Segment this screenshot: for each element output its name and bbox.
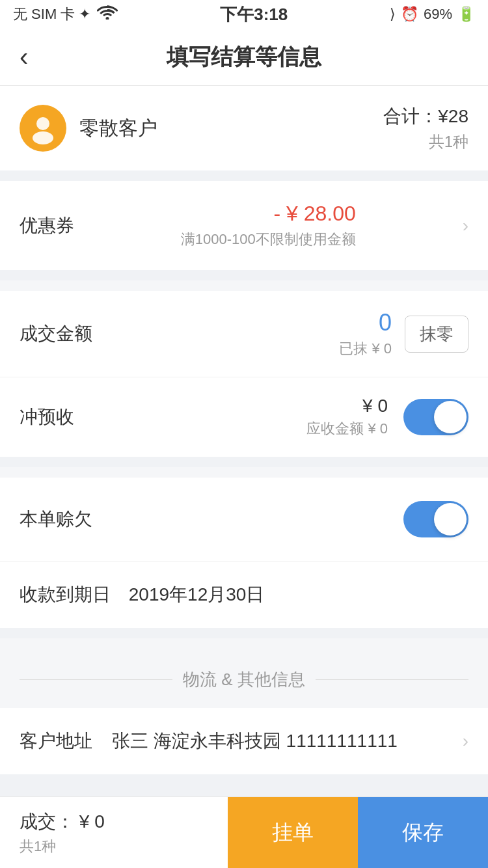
duedate-section: 收款到期日 2019年12月30日 (0, 561, 488, 628)
customer-left: 零散客户 (20, 105, 157, 152)
logistics-line-right (316, 679, 468, 680)
alarm-icon: ⏰ (401, 6, 418, 23)
round-zero-button[interactable]: 抹零 (405, 316, 468, 353)
debt-label: 本单赊欠 (20, 507, 92, 532)
battery-label: 69% (424, 6, 452, 23)
logistics-line-left (20, 679, 172, 680)
total-amount: 合计：¥28 (383, 104, 468, 129)
duedate-label: 收款到期日 (20, 584, 111, 604)
coupon-desc: 满1000-100不限制使用金额 (181, 230, 356, 249)
hang-order-button[interactable]: 挂单 (228, 797, 358, 868)
coupon-section[interactable]: 优惠券 - ¥ 28.00 满1000-100不限制使用金额 › (0, 181, 488, 270)
debt-toggle-knob (434, 503, 467, 536)
customer-row: 零散客户 合计：¥28 共1种 (0, 86, 488, 170)
divider-bg-2 (0, 467, 488, 478)
divider-bg-3 (0, 638, 488, 654)
coupon-card[interactable]: 优惠券 - ¥ 28.00 满1000-100不限制使用金额 › (0, 181, 488, 270)
coupon-amount: - ¥ 28.00 (181, 202, 356, 226)
deal-amount-card: 成交金额 0 已抹 ¥ 0 抹零 冲预收 ¥ 0 应收金额 ¥ 0 (0, 291, 488, 457)
avatar (20, 105, 66, 152)
customer-card: 零散客户 合计：¥28 共1种 (0, 86, 488, 170)
prereceive-main-value: ¥ 0 (306, 396, 388, 416)
duedate-value[interactable]: 2019年12月30日 (129, 584, 265, 604)
save-label: 保存 (402, 819, 444, 847)
sim-label: 无 SIM 卡 ✦ (13, 5, 90, 24)
address-value: 张三 海淀永丰科技园 11111111111 (112, 729, 463, 753)
status-right: ⟩ ⏰ 69% 🔋 (390, 6, 475, 23)
wifi-icon (97, 5, 118, 23)
deal-amount-section: 成交金额 0 已抹 ¥ 0 抹零 (0, 291, 488, 377)
debt-card: 本单赊欠 收款到期日 2019年12月30日 (0, 478, 488, 628)
prereceive-toggle[interactable] (403, 399, 468, 435)
battery-icon: 🔋 (457, 6, 475, 23)
total-count: 共1种 (383, 131, 468, 152)
logistics-divider: 物流 & 其他信息 (0, 654, 488, 705)
bottom-info: 成交： ¥ 0 共1种 (0, 797, 228, 868)
bottom-deal-text: 成交： (20, 811, 74, 832)
nav-bar: ‹ 填写结算等信息 (0, 29, 488, 86)
toggle-knob (434, 401, 467, 433)
prereceive-right: ¥ 0 应收金额 ¥ 0 (306, 396, 468, 439)
coupon-right: - ¥ 28.00 满1000-100不限制使用金额 (181, 202, 356, 249)
deal-amount-value[interactable]: 0 (339, 309, 392, 336)
address-label: 客户地址 (20, 729, 92, 753)
address-chevron-icon: › (463, 731, 468, 752)
status-bar: 无 SIM 卡 ✦ 下午3:18 ⟩ ⏰ 69% 🔋 (0, 0, 488, 29)
content-area: 零散客户 合计：¥28 共1种 优惠券 - ¥ 28.00 满1000-100不… (0, 86, 488, 863)
prereceive-sub-value: 应收金额 ¥ 0 (306, 419, 388, 439)
page-title: 填写结算等信息 (167, 42, 321, 72)
coupon-chevron-icon: › (463, 215, 468, 236)
debt-section: 本单赊欠 (0, 478, 488, 561)
prereceive-amounts: ¥ 0 应收金额 ¥ 0 (306, 396, 388, 439)
back-button[interactable]: ‹ (20, 42, 28, 72)
coupon-label: 优惠券 (20, 213, 74, 238)
prereceive-section: 冲预收 ¥ 0 应收金额 ¥ 0 (0, 377, 488, 457)
status-left: 无 SIM 卡 ✦ (13, 5, 118, 24)
customer-name: 零散客户 (79, 115, 157, 142)
svg-point-1 (33, 131, 53, 144)
bottom-deal-label: 成交： ¥ 0 (20, 809, 208, 834)
customer-right: 合计：¥28 共1种 (383, 104, 468, 152)
address-section[interactable]: 客户地址 张三 海淀永丰科技园 11111111111 › (0, 708, 488, 774)
save-button[interactable]: 保存 (358, 797, 488, 868)
deal-amount-right: 0 已抹 ¥ 0 抹零 (339, 309, 468, 359)
svg-point-0 (36, 117, 49, 130)
deal-amount-label: 成交金额 (20, 321, 92, 346)
status-time: 下午3:18 (220, 3, 288, 26)
bottom-bar: 成交： ¥ 0 共1种 挂单 保存 (0, 796, 488, 868)
divider-bg-1 (0, 280, 488, 291)
prereceive-label: 冲预收 (20, 405, 74, 429)
debt-toggle[interactable] (403, 501, 468, 537)
location-icon: ⟩ (390, 6, 396, 23)
address-card[interactable]: 客户地址 张三 海淀永丰科技园 11111111111 › (0, 708, 488, 774)
bottom-count: 共1种 (20, 837, 208, 856)
deal-amount-sub: 已抹 ¥ 0 (339, 339, 392, 359)
hang-order-label: 挂单 (272, 819, 314, 847)
bottom-deal-value: ¥ 0 (79, 811, 105, 832)
logistics-label: 物流 & 其他信息 (183, 668, 305, 691)
